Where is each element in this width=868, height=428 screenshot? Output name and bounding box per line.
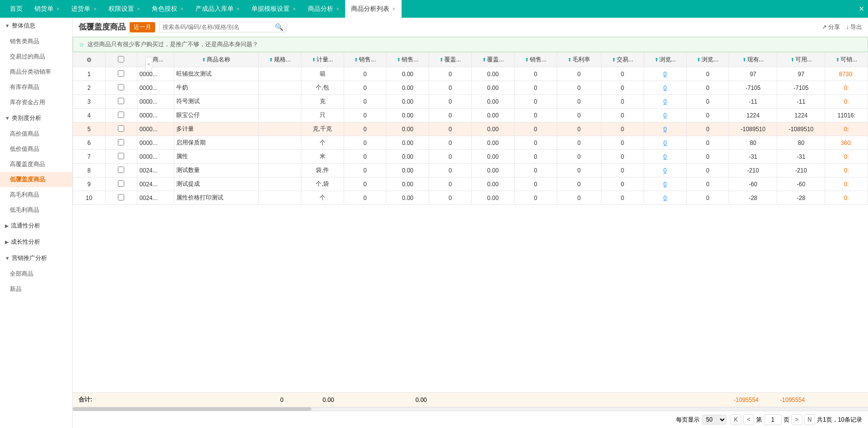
- col-sales3[interactable]: ⬆销售...: [514, 53, 557, 67]
- col-cover2[interactable]: ⬆覆盖...: [472, 53, 515, 67]
- table-row[interactable]: 7 0000... 属性 米 0 0.00 0 0.00 0 0 0 0 0 -…: [73, 150, 868, 164]
- row-checkbox[interactable]: [105, 177, 137, 191]
- col-sales-amt[interactable]: ⬆销售...: [386, 53, 429, 67]
- table-row[interactable]: 1 0000... 旺辅批次测试 箱 0 0.00 0 0.00 0 0 0 0…: [73, 67, 868, 81]
- col-stock2[interactable]: ⬆可用...: [777, 53, 825, 67]
- nav-tab-warehouse[interactable]: 产成品入库单 ×: [190, 0, 245, 18]
- row-view1[interactable]: 0: [644, 191, 686, 205]
- row-checkbox[interactable]: [105, 191, 137, 205]
- col-unit[interactable]: ⬆计量...: [301, 53, 344, 67]
- close-icon[interactable]: ×: [336, 6, 339, 12]
- sidebar-item-sales-goods[interactable]: 销售类商品: [0, 34, 72, 49]
- row-checkbox[interactable]: [105, 150, 137, 164]
- row-checkbox[interactable]: [105, 81, 137, 95]
- page-size-dropdown[interactable]: 50 100 200: [702, 415, 727, 425]
- row-checkbox[interactable]: [105, 136, 137, 150]
- table-row[interactable]: 2 0000... 牛奶 个,包 0 0.00 0 0.00 0 0 0 0 0…: [73, 81, 868, 95]
- close-icon[interactable]: ×: [392, 6, 395, 12]
- sidebar-item-low-margin[interactable]: 低毛利商品: [0, 202, 72, 218]
- col-view2[interactable]: ⬆浏览...: [686, 53, 729, 67]
- close-icon[interactable]: ×: [237, 6, 240, 12]
- row-checkbox[interactable]: [105, 95, 137, 109]
- nav-tab-sales[interactable]: 销货单 ×: [28, 0, 65, 18]
- search-input[interactable]: [163, 24, 273, 30]
- row-view2: 0: [686, 150, 729, 164]
- row-checkbox[interactable]: [105, 109, 137, 122]
- table-row[interactable]: 9 0024... 测试提成 个,袋 0 0.00 0 0.00 0 0 0 0…: [73, 177, 868, 191]
- close-all-button[interactable]: ×: [859, 4, 864, 14]
- sidebar-item-high-value[interactable]: 高价值商品: [0, 126, 72, 142]
- sidebar-item-low-coverage[interactable]: 低覆盖度商品: [0, 172, 72, 187]
- table-row[interactable]: 4 0000... 眼宝公仔 只 0 0.00 0 0.00 0 0 0 0 0…: [73, 109, 868, 122]
- nav-tab-purchase[interactable]: 进货单 ×: [65, 0, 102, 18]
- table-row[interactable]: 5 0000... 多计量 克,千克 0 0.00 0 0.00 0 0 0 0…: [73, 122, 868, 136]
- col-spec[interactable]: ⬆规格...: [258, 53, 301, 67]
- close-icon[interactable]: ×: [180, 6, 183, 12]
- table-row[interactable]: 8 0024... 测试数量 袋,件 0 0.00 0 0.00 0 0 0 0…: [73, 164, 868, 177]
- next-page-button[interactable]: >: [791, 414, 802, 425]
- col-stock1[interactable]: ⬆现有...: [729, 53, 777, 67]
- sidebar-item-stocked-goods[interactable]: 有库存商品: [0, 80, 72, 95]
- time-filter-button[interactable]: 近一月: [130, 22, 155, 32]
- sidebar-section-growth[interactable]: ▶ 成长性分析: [0, 234, 72, 250]
- row-view2: 0: [686, 122, 729, 136]
- select-all-checkbox[interactable]: [118, 56, 124, 62]
- sidebar-item-all-goods[interactable]: 全部商品: [0, 266, 72, 282]
- row-checkbox[interactable]: [105, 67, 137, 81]
- row-checkbox[interactable]: [105, 164, 137, 177]
- row-view1[interactable]: 0: [644, 164, 686, 177]
- col-stock3[interactable]: ⬆可销...: [825, 53, 868, 67]
- row-code: 0000...: [137, 81, 174, 95]
- row-view1[interactable]: 0: [644, 136, 686, 150]
- share-button[interactable]: ↗ 分享: [822, 23, 840, 31]
- sidebar-item-high-coverage[interactable]: 高覆盖度商品: [0, 157, 72, 172]
- close-icon[interactable]: ×: [56, 6, 59, 12]
- col-code[interactable]: ⬆商...: [137, 53, 174, 67]
- row-view1[interactable]: 0: [644, 122, 686, 136]
- col-name[interactable]: ⬆商品名称: [174, 53, 258, 67]
- row-checkbox[interactable]: [105, 122, 137, 136]
- sidebar-item-new-goods[interactable]: 新品: [0, 282, 72, 297]
- first-page-button[interactable]: K: [731, 414, 741, 425]
- export-button[interactable]: ↓ 导出: [846, 23, 862, 31]
- table-row[interactable]: 3 0000... 符号测试 克 0 0.00 0 0.00 0 0 0 0 0…: [73, 95, 868, 109]
- row-view1[interactable]: 0: [644, 67, 686, 81]
- col-view1[interactable]: ⬆浏览...: [644, 53, 686, 67]
- sidebar-item-high-margin[interactable]: 高毛利商品: [0, 187, 72, 202]
- search-icon[interactable]: 🔍: [275, 23, 283, 31]
- close-icon[interactable]: ×: [93, 6, 96, 12]
- sidebar-collapse-button[interactable]: «: [145, 57, 152, 71]
- col-cover1[interactable]: ⬆覆盖...: [429, 53, 472, 67]
- sidebar-item-traded-goods[interactable]: 交易过的商品: [0, 49, 72, 64]
- nav-tab-permissions[interactable]: 权限设置 ×: [103, 0, 146, 18]
- table-row[interactable]: 6 0000... 启用保质期 个 0 0.00 0 0.00 0 0 0 0 …: [73, 136, 868, 150]
- last-page-button[interactable]: N: [804, 414, 815, 425]
- col-settings[interactable]: ⚙: [73, 53, 106, 67]
- row-view1[interactable]: 0: [644, 109, 686, 122]
- sidebar-section-liquidity[interactable]: ▶ 流通性分析: [0, 218, 72, 234]
- nav-tab-template[interactable]: 单据模板设置 ×: [245, 0, 301, 18]
- sidebar-item-stock-value[interactable]: 库存资金占用: [0, 95, 72, 110]
- row-view1[interactable]: 0: [644, 177, 686, 191]
- nav-tab-home[interactable]: 首页: [4, 0, 28, 18]
- sidebar-item-category-turnover[interactable]: 商品分类动销率: [0, 64, 72, 80]
- nav-tab-analysis-list[interactable]: 商品分析列表 ×: [345, 0, 401, 18]
- prev-page-button[interactable]: <: [743, 414, 754, 425]
- sidebar-section-category[interactable]: ▼ 类别度分析: [0, 110, 72, 126]
- sidebar-item-low-value[interactable]: 低价值商品: [0, 142, 72, 157]
- close-icon[interactable]: ×: [293, 6, 296, 12]
- row-view1[interactable]: 0: [644, 81, 686, 95]
- col-trade[interactable]: ⬆交易...: [601, 53, 644, 67]
- sidebar-section-marketing[interactable]: ▼ 营销推广分析: [0, 250, 72, 266]
- page-number-input[interactable]: [764, 414, 782, 425]
- row-view1[interactable]: 0: [644, 150, 686, 164]
- row-unit: 袋,件: [301, 164, 344, 177]
- col-gross[interactable]: ⬆毛利率: [557, 53, 601, 67]
- table-row[interactable]: 10 0024... 属性价格打印测试 个 0 0.00 0 0.00 0 0 …: [73, 191, 868, 205]
- sidebar-section-overview[interactable]: ▼ 整体信息: [0, 18, 72, 34]
- row-view1[interactable]: 0: [644, 95, 686, 109]
- col-sales-qty[interactable]: ⬆销售...: [344, 53, 386, 67]
- nav-tab-roles[interactable]: 角色授权 ×: [146, 0, 189, 18]
- close-icon[interactable]: ×: [137, 6, 140, 12]
- nav-tab-analysis[interactable]: 商品分析 ×: [302, 0, 345, 18]
